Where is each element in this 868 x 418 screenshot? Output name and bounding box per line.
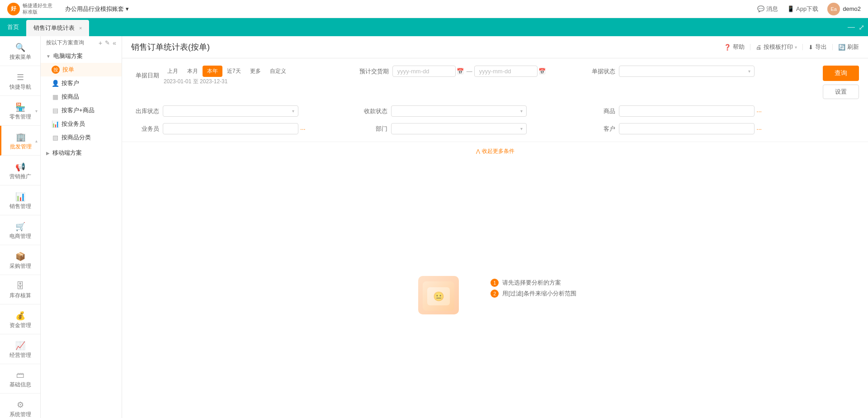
people-icon: 👤 (52, 80, 59, 87)
sidebar-item-ecommerce[interactable]: 🛒 电商管理 (0, 215, 40, 245)
print-dropdown-icon: ▾ (795, 45, 797, 50)
message-btn[interactable]: 💬 消息 (757, 5, 778, 13)
7days-btn[interactable]: 近7天 (222, 66, 245, 77)
sidebar-item-system[interactable]: ⚙ 系统管理 (0, 394, 40, 418)
setting-btn[interactable]: 设置 (823, 85, 859, 99)
status-filter-group: 单据状态 全部 草稿 审核中 已审核 ▾ (587, 66, 816, 77)
sidebar-item-inventory[interactable]: 🗄 库存核算 (0, 275, 40, 304)
sidebar-item-finance[interactable]: 💰 资金管理 (0, 304, 40, 334)
left-sub-panel: 按以下方案查询 + ✎ « ▼ 电脑端方案 按 按单 👤 按客户 ▦ (41, 36, 122, 418)
salesman-label: 业务员 (131, 125, 163, 133)
collapse-panel-btn[interactable]: « (113, 39, 116, 47)
panel-header: 按以下方案查询 + ✎ « (41, 36, 122, 49)
prev-month-btn[interactable]: 上月 (163, 66, 183, 77)
payment-status-select[interactable]: 全部 未收款 部分收款 已收款 (392, 106, 526, 116)
user-area[interactable]: Ea demo2 (827, 3, 861, 15)
payment-status-group: 收款状态 全部 未收款 部分收款 已收款 ▾ (359, 105, 588, 117)
wholesale-arrow-icon: ▴ (35, 138, 38, 143)
tab-minimize-btn[interactable]: — (848, 23, 855, 32)
tab-close-icon[interactable]: × (79, 25, 82, 31)
refresh-icon: 🔄 (838, 44, 845, 51)
sidebar-item-purchase[interactable]: 📦 采购管理 (0, 245, 40, 275)
sidebar-item-operation[interactable]: 📈 经营管理 (0, 334, 40, 364)
sidebar-item-quicknav[interactable]: ☰ 快捷导航 (0, 66, 40, 96)
app-download-btn[interactable]: 📱 App下载 (787, 5, 818, 13)
collapse-btn[interactable]: ⋀ 收起更多条件 (472, 144, 518, 159)
status-select-wrapper: 全部 草稿 审核中 已审核 ▾ (619, 66, 755, 77)
refresh-btn[interactable]: 🔄 刷新 (838, 43, 859, 51)
this-month-btn[interactable]: 本月 (183, 66, 203, 77)
tree-item-by-salesman[interactable]: 📊 按业务员 (41, 117, 122, 131)
tab-maximize-btn[interactable]: ⤢ (859, 23, 864, 32)
date-separator: — (467, 68, 472, 75)
box-face-icon: 😐 (433, 291, 444, 302)
filter-row-2: 出库状态 全部 未出库 部分出库 已出库 ▾ 收款状态 (131, 105, 859, 117)
customer-filter-group: 客户 ··· (587, 123, 816, 134)
sidebar-item-sales[interactable]: 📊 销售管理 (0, 185, 40, 215)
box-inner: 😐 (427, 287, 450, 305)
tab-home[interactable]: 首页 (0, 18, 26, 36)
main-layout: 🔍 搜索菜单 ☰ 快捷导航 🏪 零售管理 ▾ 🏢 批发管理 ▴ 📢 营销推广 📊… (0, 36, 868, 418)
cal-icon-left[interactable]: 📅 (457, 68, 464, 75)
delivery-start-input[interactable] (392, 66, 456, 77)
order-active-icon: 按 (52, 66, 60, 74)
status-select[interactable]: 全部 草稿 审核中 已审核 (619, 66, 754, 76)
empty-illustration: 😐 (414, 265, 472, 314)
dept-select-wrapper: 全部 ▾ (391, 123, 527, 134)
customer-label: 客户 (587, 125, 619, 133)
customer-dots-btn[interactable]: ··· (756, 125, 762, 133)
tree-desktop-parent[interactable]: ▼ 电脑端方案 (41, 49, 122, 63)
step-2-num: 2 (491, 290, 499, 298)
add-scheme-btn[interactable]: + (99, 39, 102, 47)
grid-icon: ▦ (52, 93, 59, 100)
ship-status-group: 出库状态 全部 未出库 部分出库 已出库 ▾ (131, 105, 359, 117)
sidebar-item-marketing[interactable]: 📢 营销推广 (0, 156, 40, 185)
filter-section: 单据日期 上月 本月 本年 近7天 更多 自定义 2023-01-01 至 20… (122, 58, 868, 142)
tab-sales-order[interactable]: 销售订单统计表 × (26, 20, 89, 36)
tree-item-by-goods[interactable]: ▦ 按商品 (41, 90, 122, 104)
industry-selector[interactable]: 办公用品行业模拟账套 ▾ (65, 5, 129, 13)
avatar: Ea (827, 3, 840, 15)
query-btn[interactable]: 查询 (823, 66, 859, 81)
cal-icon-right[interactable]: 📅 (538, 68, 546, 75)
customer-input[interactable] (619, 123, 755, 134)
date-controls: 上月 本月 本年 近7天 更多 自定义 2023-01-01 至 2023-12… (163, 66, 291, 86)
tree-expand-icon: ▼ (46, 54, 51, 59)
print-icon: 🖨 (756, 44, 762, 51)
custom-btn[interactable]: 自定义 (265, 66, 291, 77)
phone-icon: 📱 (787, 5, 794, 12)
tree-mobile-parent[interactable]: ▶ 移动端方案 (41, 146, 122, 160)
dropdown-arrow-icon: ▾ (126, 5, 129, 12)
content-header: 销售订单统计表(按单) ❓ 帮助 🖨 按模板打印 ▾ ⬇ 导出 (122, 36, 868, 58)
date-range-text: 2023-01-01 至 2023-12-31 (164, 78, 291, 86)
more-btn[interactable]: 更多 (245, 66, 265, 77)
sidebar-item-wholesale[interactable]: 🏢 批发管理 ▴ (0, 126, 40, 156)
sidebar-item-search[interactable]: 🔍 搜索菜单 (0, 36, 40, 66)
delivery-end-input[interactable] (474, 66, 538, 77)
empty-container: 😐 1 请先选择要分析的方案 2 用[过滤]条件来缩小分析范围 (122, 161, 868, 418)
tree-item-by-category[interactable]: ▧ 按商品分类 (41, 131, 122, 144)
dept-select[interactable]: 全部 (392, 124, 526, 134)
ship-status-select[interactable]: 全部 未出库 部分出库 已出库 (163, 106, 298, 116)
goods-input[interactable] (619, 105, 755, 117)
tab-bar-actions: — ⤢ (848, 23, 864, 32)
date-buttons: 上月 本月 本年 近7天 更多 自定义 (163, 66, 291, 77)
sidebar-item-retail[interactable]: 🏪 零售管理 ▾ (0, 96, 40, 126)
tree-item-by-order[interactable]: 按 按单 (41, 63, 122, 76)
salesman-input[interactable] (163, 123, 298, 134)
edit-scheme-btn[interactable]: ✎ (105, 39, 110, 47)
help-btn[interactable]: ❓ 帮助 (724, 43, 745, 51)
goods-dots-btn[interactable]: ··· (756, 108, 762, 115)
salesman-dots-btn[interactable]: ··· (300, 125, 306, 133)
tree-item-by-customer[interactable]: 👤 按客户 (41, 76, 122, 90)
sidebar-item-base[interactable]: 🗃 基础信息 (0, 364, 40, 394)
payment-status-label: 收款状态 (359, 107, 391, 115)
status-label: 单据状态 (587, 67, 619, 76)
print-btn[interactable]: 🖨 按模板打印 ▾ (756, 43, 797, 51)
export-btn[interactable]: ⬇ 导出 (808, 43, 827, 51)
empty-step-2: 2 用[过滤]条件来缩小分析范围 (491, 290, 576, 298)
panel-icons: + ✎ « (99, 39, 116, 47)
this-year-btn[interactable]: 本年 (203, 66, 222, 77)
chevron-up-icon: ⋀ (476, 148, 480, 154)
tree-item-by-customer-goods[interactable]: ▤ 按客户+商品 (41, 104, 122, 117)
